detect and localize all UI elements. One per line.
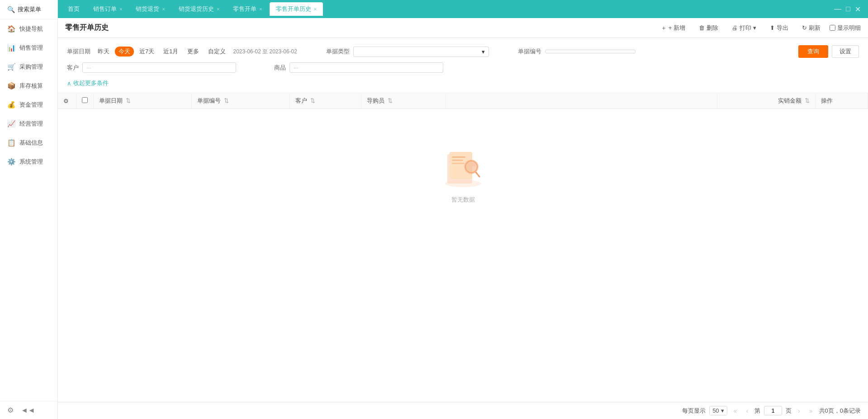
toolbar: 零售开单历史 ＋ + 新增 🗑 删除 🖨 打印 ▾ ⬆ 导出 ↻ 刷新 (58, 18, 868, 38)
collapse-icon[interactable]: ◄◄ (21, 406, 35, 414)
th-date[interactable]: 单据日期 ⇅ (93, 93, 191, 109)
product-dots: ··· (294, 64, 299, 71)
doc-icon: 📋 (7, 139, 16, 147)
empty-text: 暂无数据 (451, 196, 475, 204)
date-last-month-btn[interactable]: 近1月 (160, 47, 182, 56)
sidebar-item-operations[interactable]: 📈 经营管理 (0, 114, 57, 133)
main-area: 首页 销售订单 × 销货退货 × 销货退货历史 × 零售开单 × 零售开单历史 … (58, 0, 868, 419)
tab-home[interactable]: 首页 (62, 2, 86, 16)
display-detail-checkbox[interactable] (830, 25, 835, 31)
sidebar-item-label: 基础信息 (19, 139, 43, 147)
tab-sales-order[interactable]: 销售订单 × (87, 2, 128, 16)
order-type-label: 单据类型 (326, 47, 350, 56)
tab-sales-return-label: 销货退货 (136, 5, 159, 13)
next-page-btn[interactable]: › (795, 406, 803, 415)
th-settings[interactable]: ⚙ (58, 93, 76, 109)
sidebar-item-sales-mgmt[interactable]: 📊 销售管理 (0, 38, 57, 57)
tab-sales-return-history-close[interactable]: × (217, 6, 219, 12)
tab-sales-order-close[interactable]: × (119, 6, 122, 12)
export-button[interactable]: ⬆ 导出 (765, 22, 793, 34)
page-label-post: 页 (786, 407, 792, 415)
tab-sales-return[interactable]: 销货退货 × (129, 2, 171, 16)
total-text: 共0页，0条记录 (819, 407, 861, 415)
prev-page-btn[interactable]: ‹ (743, 406, 751, 415)
select-all-checkbox[interactable] (82, 97, 88, 103)
window-minimize[interactable]: — (834, 5, 841, 13)
page-title: 零售开单历史 (65, 23, 109, 33)
th-customer-sort[interactable]: ⇅ (310, 97, 315, 104)
date-filter-item: 单据日期 昨天 今天 近7天 近1月 更多 自定义 2023-06-02 至 2… (67, 47, 297, 56)
th-guide[interactable]: 导购员 ⇅ (361, 93, 446, 109)
print-dropdown-icon: ▾ (753, 24, 756, 31)
add-icon: ＋ (661, 24, 667, 32)
settings-icon[interactable]: ⚙ (7, 406, 14, 414)
th-order-no[interactable]: 单据编号 ⇅ (191, 93, 289, 109)
add-button[interactable]: ＋ + 新增 (656, 22, 690, 34)
sidebar-item-label: 系统管理 (19, 158, 43, 166)
tab-retail-open-close[interactable]: × (259, 6, 262, 12)
sidebar-item-basic-info[interactable]: 📋 基础信息 (0, 133, 57, 152)
sidebar-item-finance[interactable]: 💰 资金管理 (0, 95, 57, 114)
date-today-btn[interactable]: 今天 (115, 47, 134, 56)
th-date-sort[interactable]: ⇅ (126, 97, 131, 104)
sidebar-search[interactable]: 🔍 搜索菜单 (0, 0, 57, 19)
content-area: 单据日期 昨天 今天 近7天 近1月 更多 自定义 2023-06-02 至 2… (58, 38, 868, 419)
table-header: ⚙ 单据日期 ⇅ 单据编号 ⇅ 客户 ⇅ (58, 93, 868, 109)
tab-retail-open[interactable]: 零售开单 × (227, 2, 268, 16)
delete-button[interactable]: 🗑 删除 (694, 22, 723, 34)
th-action-label: 操作 (821, 97, 833, 104)
th-customer[interactable]: 客户 ⇅ (289, 93, 361, 109)
empty-illustration (436, 145, 490, 190)
order-type-select[interactable]: ▾ (353, 47, 489, 57)
order-no-label: 单据编号 (518, 47, 541, 56)
export-icon: ⬆ (770, 24, 775, 31)
tab-retail-open-history-close[interactable]: × (314, 6, 317, 12)
collapse-more-btn[interactable]: ∧ 收起更多条件 (67, 77, 859, 89)
setting-button[interactable]: 设置 (832, 45, 859, 58)
th-amount-label: 实销金额 (778, 97, 802, 104)
per-page-label: 每页显示 (682, 407, 706, 415)
date-filter-label: 单据日期 (67, 47, 90, 56)
date-last7-btn[interactable]: 近7天 (136, 47, 158, 56)
sidebar-item-purchase-mgmt[interactable]: 🛒 采购管理 (0, 57, 57, 76)
order-no-filter: 单据编号 (518, 47, 636, 56)
customer-input[interactable]: ··· (82, 62, 236, 73)
sidebar-item-label: 销售管理 (19, 44, 43, 52)
tab-retail-open-history-label: 零售开单历史 (276, 5, 311, 13)
sidebar-item-sys-mgmt[interactable]: ⚙️ 系统管理 (0, 152, 57, 171)
search-icon: 🔍 (7, 6, 15, 13)
page-input[interactable] (764, 406, 782, 415)
window-close[interactable]: ✕ (855, 5, 861, 14)
product-input[interactable]: ··· (289, 62, 443, 73)
last-page-btn[interactable]: » (806, 406, 816, 415)
date-custom-btn[interactable]: 自定义 (204, 47, 229, 56)
per-page-dropdown-icon: ▾ (721, 407, 724, 414)
th-checkbox[interactable] (76, 93, 93, 109)
th-order-no-sort[interactable]: ⇅ (224, 97, 229, 104)
first-page-btn[interactable]: « (731, 406, 740, 415)
date-yesterday-btn[interactable]: 昨天 (94, 47, 113, 56)
query-button[interactable]: 查询 (798, 45, 828, 58)
order-type-dropdown-icon: ▾ (482, 48, 485, 55)
window-maximize[interactable]: □ (846, 5, 850, 13)
tab-sales-return-history[interactable]: 销货退货历史 × (172, 2, 226, 16)
filter-row-1: 单据日期 昨天 今天 近7天 近1月 更多 自定义 2023-06-02 至 2… (67, 45, 859, 58)
th-guide-label: 导购员 (367, 97, 384, 104)
refresh-button[interactable]: ↻ 刷新 (797, 22, 825, 34)
order-no-input[interactable] (545, 50, 636, 53)
sidebar-item-inventory[interactable]: 📦 库存核算 (0, 76, 57, 95)
th-amount[interactable]: 实销金额 ⇅ (717, 93, 816, 109)
tab-sales-return-close[interactable]: × (162, 6, 165, 12)
customer-dots: ··· (86, 64, 91, 71)
date-range: 2023-06-02 至 2023-06-02 (233, 48, 297, 56)
th-guide-sort[interactable]: ⇅ (388, 97, 393, 104)
date-more-btn[interactable]: 更多 (184, 47, 203, 56)
sidebar-item-quick-nav[interactable]: 🏠 快捷导航 (0, 19, 57, 38)
display-detail-toggle[interactable]: 显示明细 (830, 24, 861, 32)
print-button[interactable]: 🖨 打印 ▾ (727, 22, 761, 34)
tab-retail-open-history[interactable]: 零售开单历史 × (270, 2, 323, 16)
th-amount-sort[interactable]: ⇅ (805, 97, 810, 104)
sidebar: 🔍 搜索菜单 🏠 快捷导航 📊 销售管理 🛒 采购管理 📦 库存核算 💰 资金管… (0, 0, 58, 419)
display-detail-label: 显示明细 (837, 24, 861, 32)
per-page-select[interactable]: 50 ▾ (709, 406, 727, 415)
